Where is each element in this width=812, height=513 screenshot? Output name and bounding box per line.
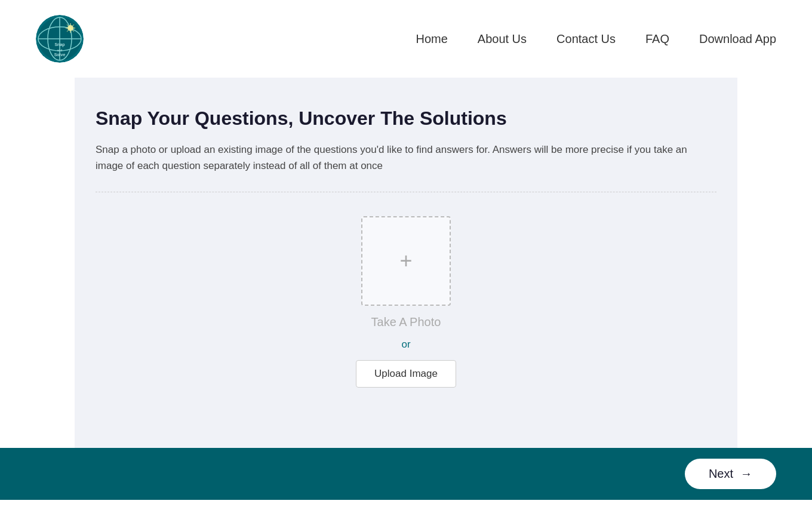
svg-text:and: and <box>57 48 63 52</box>
add-photo-icon: + <box>399 250 412 272</box>
upload-image-button[interactable]: Upload Image <box>356 360 456 388</box>
nav-home[interactable]: Home <box>416 32 447 46</box>
next-label: Next <box>709 467 733 481</box>
or-label: or <box>401 339 410 351</box>
nav-contact[interactable]: Contact Us <box>556 32 616 46</box>
nav-download[interactable]: Download App <box>699 32 776 46</box>
page-description: Snap a photo or upload an existing image… <box>96 142 716 174</box>
arrow-right-icon: → <box>740 467 752 481</box>
svg-text:Solve: Solve <box>54 53 66 57</box>
nav-about[interactable]: About Us <box>478 32 527 46</box>
logo-area: Snap and Solve <box>36 15 84 63</box>
next-button[interactable]: Next → <box>685 459 776 489</box>
take-photo-label: Take A Photo <box>371 315 441 329</box>
section-divider <box>96 192 716 192</box>
svg-text:Snap: Snap <box>54 42 64 47</box>
nav-faq[interactable]: FAQ <box>645 32 669 46</box>
header: Snap and Solve Home About Us Contact Us … <box>0 0 812 78</box>
page-title: Snap Your Questions, Uncover The Solutio… <box>96 107 716 130</box>
main-content: Snap Your Questions, Uncover The Solutio… <box>75 78 737 448</box>
main-nav: Home About Us Contact Us FAQ Download Ap… <box>416 32 776 46</box>
logo: Snap and Solve <box>36 15 84 63</box>
upload-section: + Take A Photo or Upload Image <box>96 216 716 388</box>
photo-capture-box[interactable]: + <box>361 216 451 306</box>
footer-bar: Next → <box>0 448 812 500</box>
